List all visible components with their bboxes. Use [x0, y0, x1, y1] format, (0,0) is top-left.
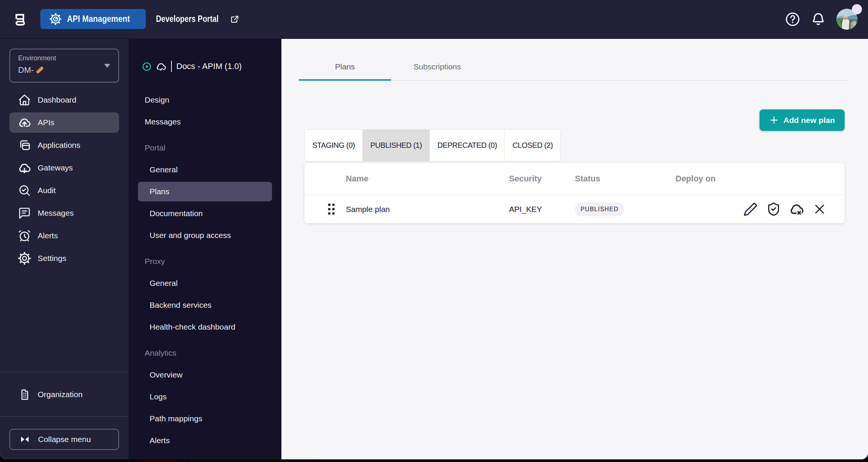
- table-header: Name Security Status Deploy on: [304, 163, 845, 195]
- sidebar-item-label: Applications: [38, 141, 80, 150]
- sidebar-item-gateways[interactable]: Gateways: [0, 157, 128, 179]
- api-management-chip[interactable]: API Management: [40, 9, 146, 29]
- filter-published[interactable]: PUBLISHED (1): [363, 130, 430, 161]
- collapse-menu-button[interactable]: Collapse menu: [9, 429, 119, 450]
- api-menu-backend-services[interactable]: Backend services: [128, 294, 281, 316]
- message-icon: [17, 206, 31, 220]
- divider: [0, 416, 128, 417]
- sidebar-item-organization[interactable]: Organization: [0, 372, 128, 416]
- design-policies-button[interactable]: [765, 201, 782, 218]
- api-management-label: API Management: [67, 14, 130, 24]
- home-icon: [17, 93, 31, 107]
- unpublish-plan-button[interactable]: [788, 201, 805, 218]
- api-menu-documentation[interactable]: Documentation: [128, 203, 281, 224]
- gravitee-logo-icon[interactable]: [15, 13, 25, 26]
- gear-dial-icon: [49, 13, 62, 25]
- close-icon: [813, 202, 827, 216]
- applications-icon: [17, 138, 31, 152]
- api-menu-design[interactable]: Design: [128, 89, 281, 111]
- api-menu-general-portal[interactable]: General: [128, 159, 281, 181]
- api-menu-user-group-access[interactable]: User and group access: [128, 224, 281, 246]
- plans-table: Name Security Status Deploy on Sample pl…: [304, 163, 845, 223]
- building-icon: [17, 387, 31, 401]
- help-icon: [785, 12, 800, 27]
- search-check-icon: [17, 184, 31, 198]
- baguette-emoji: [35, 65, 45, 75]
- api-menu-health-check[interactable]: Health-check dashboard: [128, 316, 281, 338]
- api-menu-section-proxy: Proxy: [128, 250, 281, 272]
- chevron-down-icon: [104, 64, 110, 68]
- bell-icon: [811, 12, 826, 27]
- main-content: Plans Subscriptions Add new plan STAGING…: [281, 39, 868, 459]
- api-menu-logs[interactable]: Logs: [128, 386, 281, 408]
- play-circle-icon: [142, 62, 151, 71]
- sidebar-item-label: Dashboard: [38, 95, 76, 104]
- api-header: Docs - APIM (1.0): [142, 58, 281, 74]
- developers-portal-label: Developers Portal: [156, 14, 219, 24]
- alarm-icon: [17, 229, 31, 243]
- app-window: API Management Developers Portal: [0, 0, 868, 459]
- sidebar-item-apis[interactable]: APIs: [9, 112, 119, 133]
- filter-closed[interactable]: CLOSED (2): [505, 130, 560, 161]
- api-nav: Design Messages Portal General Plans Doc…: [128, 89, 281, 451]
- sidebar-item-messages[interactable]: Messages: [0, 202, 128, 224]
- sidebar-item-audit[interactable]: Audit: [0, 179, 128, 202]
- sidebar-item-alerts[interactable]: Alerts: [0, 224, 128, 247]
- environment-select[interactable]: Environment DM-: [9, 49, 119, 83]
- sidebar-item-applications[interactable]: Applications: [0, 134, 128, 157]
- edit-plan-button[interactable]: [742, 201, 759, 218]
- presence-status-dot: [852, 4, 862, 14]
- edit-icon: [743, 202, 758, 216]
- cloud-unpublish-icon: [789, 201, 804, 217]
- tab-subscriptions[interactable]: Subscriptions: [391, 53, 483, 80]
- environment-label: Environment: [18, 54, 112, 62]
- status-filter-group: STAGING (0) PUBLISHED (1) DEPRECATED (0)…: [304, 129, 561, 161]
- plan-tabs: Plans Subscriptions: [299, 39, 849, 81]
- column-name: Name: [346, 163, 368, 195]
- close-plan-button[interactable]: [811, 201, 828, 218]
- api-menu-overview[interactable]: Overview: [128, 364, 281, 386]
- developers-portal-link[interactable]: Developers Portal: [156, 14, 240, 24]
- user-avatar[interactable]: [836, 9, 857, 30]
- primary-sidebar: Environment DM-: [0, 39, 128, 459]
- collapse-icon: [18, 433, 32, 447]
- api-menu-section-portal: Portal: [128, 137, 281, 159]
- add-new-plan-button[interactable]: Add new plan: [760, 109, 845, 131]
- api-menu-section-analytics: Analytics: [128, 342, 281, 364]
- add-new-plan-label: Add new plan: [784, 116, 835, 125]
- table-row: Sample plan API_KEY PUBLISHED: [304, 195, 845, 223]
- drag-handle[interactable]: [327, 195, 336, 223]
- api-sidebar: Docs - APIM (1.0) Design Messages Portal…: [128, 39, 281, 459]
- help-button[interactable]: [785, 12, 800, 27]
- tab-plans[interactable]: Plans: [299, 53, 391, 80]
- sidebar-item-settings[interactable]: Settings: [0, 247, 128, 270]
- column-security: Security: [509, 163, 542, 195]
- api-menu-plans[interactable]: Plans: [138, 182, 272, 201]
- cell-plan-name: Sample plan: [346, 195, 390, 223]
- external-link-icon: [230, 14, 240, 24]
- primary-nav: Dashboard APIs: [0, 89, 128, 270]
- api-menu-alerts[interactable]: Alerts: [128, 430, 281, 451]
- filter-deprecated[interactable]: DEPRECATED (0): [430, 130, 505, 161]
- notifications-button[interactable]: [811, 12, 826, 27]
- cloud-upload-icon: [17, 116, 31, 130]
- collapse-menu-label: Collapse menu: [38, 435, 91, 444]
- topbar-actions: [785, 9, 857, 30]
- api-menu-path-mappings[interactable]: Path mappings: [128, 408, 281, 430]
- top-bar: API Management Developers Portal: [0, 0, 868, 39]
- filter-staging[interactable]: STAGING (0): [305, 130, 363, 161]
- column-deploy-on: Deploy on: [675, 163, 715, 195]
- cloud-check-icon: [156, 61, 167, 72]
- sidebar-item-label: Audit: [38, 186, 56, 195]
- column-status: Status: [575, 163, 600, 195]
- screen-edge-artifact: [190, 460, 315, 462]
- gear-icon: [17, 252, 31, 266]
- cell-status: PUBLISHED: [575, 195, 624, 223]
- api-menu-general-proxy[interactable]: General: [128, 272, 281, 294]
- sidebar-item-dashboard[interactable]: Dashboard: [0, 89, 128, 111]
- sidebar-item-label: Organization: [38, 390, 83, 399]
- sidebar-item-label: Messages: [38, 209, 74, 218]
- api-menu-messages[interactable]: Messages: [128, 111, 281, 133]
- shield-check-icon: [766, 202, 781, 216]
- sidebar-item-label: Settings: [38, 254, 66, 263]
